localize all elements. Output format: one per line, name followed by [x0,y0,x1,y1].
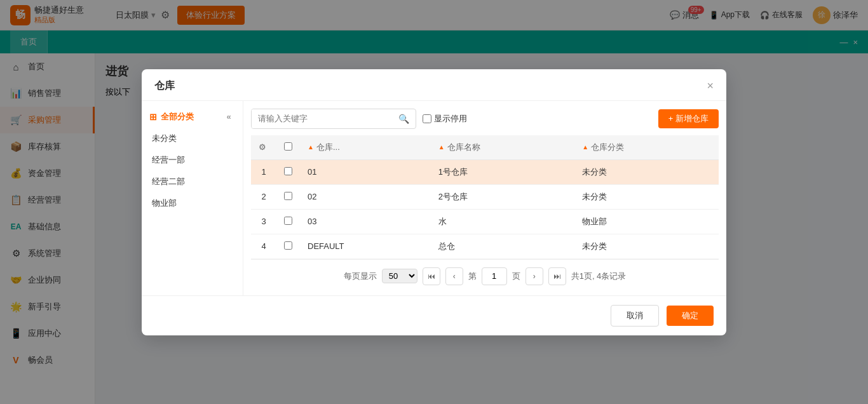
table-toolbar: 🔍 显示停用 + 新增仓库 [251,109,719,129]
category-panel: ⊞ 全部分类 « 未分类 经营一部 经营二部 物业部 [142,101,243,295]
modal-footer: 取消 确定 [142,295,726,335]
select-all-checkbox[interactable] [284,142,292,151]
modal-close-button[interactable]: × [707,80,714,91]
warehouse-table: ⚙ ▲ 仓库... ▲ [251,135,719,259]
grid-icon: ⊞ [149,112,157,122]
row-category: 未分类 [574,184,719,209]
row-checkbox-cell [276,184,300,209]
last-page-button[interactable]: ⏭ [548,267,566,285]
row-code: DEFAULT [300,234,431,259]
row-checkbox-cell [276,159,300,184]
row-category: 未分类 [574,234,719,259]
th-checkbox [276,135,300,160]
row-name: 2号仓库 [431,184,575,209]
collapse-icon[interactable]: « [222,112,235,121]
row-name: 总仓 [431,234,575,259]
th-code: ▲ 仓库... [300,135,431,160]
table-row[interactable]: 4 DEFAULT 总仓 未分类 [251,234,719,259]
row-num: 3 [251,209,276,234]
category-item-ops2[interactable]: 经营二部 [142,171,243,192]
pagination: 每页显示 50 10 20 100 ⏮ ‹ 第 页 › ⏭ 共1页, 4条记录 [251,259,719,288]
page-number-input[interactable] [482,267,507,285]
page-unit: 页 [512,271,520,282]
per-page-select[interactable]: 50 10 20 100 [382,269,417,283]
search-box: 🔍 [251,109,416,129]
table-row[interactable]: 1 01 1号仓库 未分类 [251,159,719,184]
modal-body: ⊞ 全部分类 « 未分类 经营一部 经营二部 物业部 🔍 [142,101,726,295]
modal-overlay: 仓库 × ⊞ 全部分类 « 未分类 经营一部 经营二部 物业部 [0,0,868,404]
row-checkbox[interactable] [284,192,292,200]
row-code: 03 [300,209,431,234]
category-item-unclassified[interactable]: 未分类 [142,128,243,149]
row-code: 01 [300,159,431,184]
sort-icon: ▲ [308,144,314,151]
row-num: 4 [251,234,276,259]
warehouse-modal: 仓库 × ⊞ 全部分类 « 未分类 经营一部 经营二部 物业部 [142,69,726,335]
table-row[interactable]: 3 03 水 物业部 [251,209,719,234]
category-item-property[interactable]: 物业部 [142,192,243,214]
table-body: 1 01 1号仓库 未分类 2 02 2号仓库 [251,159,719,259]
disabled-checkbox[interactable] [423,114,431,123]
table-area: 🔍 显示停用 + 新增仓库 ⚙ [243,101,726,295]
row-name: 1号仓库 [431,159,575,184]
row-checkbox-cell [276,209,300,234]
row-code: 02 [300,184,431,209]
per-page-label: 每页显示 [344,271,377,282]
category-item-ops1[interactable]: 经营一部 [142,149,243,171]
row-num: 2 [251,184,276,209]
add-warehouse-button[interactable]: + 新增仓库 [658,109,719,128]
row-category: 未分类 [574,159,719,184]
modal-header: 仓库 × [142,69,726,101]
show-disabled-checkbox[interactable]: 显示停用 [423,113,467,125]
th-name: ▲ 仓库名称 [431,135,575,160]
first-page-button[interactable]: ⏮ [423,267,440,285]
modal-title: 仓库 [154,79,175,93]
row-category: 物业部 [574,209,719,234]
table-row[interactable]: 2 02 2号仓库 未分类 [251,184,719,209]
cancel-button[interactable]: 取消 [611,305,659,327]
confirm-button[interactable]: 确定 [667,306,714,326]
row-checkbox[interactable] [284,241,292,250]
next-page-button[interactable]: › [526,267,543,285]
page-label: 第 [468,271,477,282]
th-category: ▲ 仓库分类 [574,135,719,160]
row-name: 水 [431,209,575,234]
all-categories-item[interactable]: ⊞ 全部分类 « [142,106,243,128]
sort-icon2: ▲ [438,144,445,151]
sort-icon3: ▲ [582,144,588,151]
row-num: 1 [251,159,276,184]
th-settings: ⚙ [251,135,276,160]
prev-page-button[interactable]: ‹ [445,267,463,285]
table-container: ⚙ ▲ 仓库... ▲ [251,135,719,259]
row-checkbox-cell [276,234,300,259]
search-button[interactable]: 🔍 [392,114,416,124]
row-checkbox[interactable] [284,217,292,225]
table-head: ⚙ ▲ 仓库... ▲ [251,135,719,160]
row-checkbox[interactable] [284,167,292,175]
search-input[interactable] [252,109,392,128]
page-summary: 共1页, 4条记录 [571,271,627,282]
